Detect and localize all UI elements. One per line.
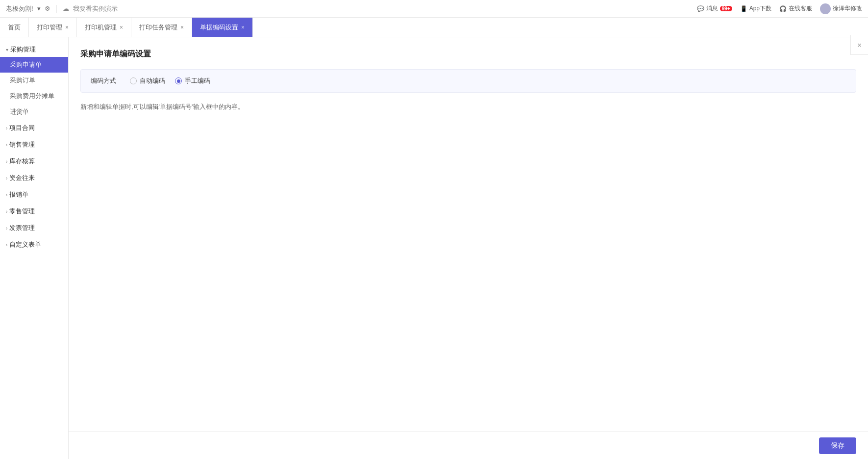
chevron-right-icon-7: › xyxy=(6,226,7,231)
sidebar-group-capital-label: 资金往来 xyxy=(9,174,35,182)
sidebar-group-capital[interactable]: › 资金往来 xyxy=(0,170,68,186)
radio-manual-label: 手工编码 xyxy=(185,76,210,85)
avatar xyxy=(820,3,831,14)
radio-auto-encoding[interactable]: 自动编码 xyxy=(130,76,165,85)
sidebar-group-custom-form[interactable]: › 自定义表单 xyxy=(0,236,68,253)
app-download-label: App下数 xyxy=(749,4,771,13)
message-badge: 99+ xyxy=(720,6,732,11)
tab-print-task-management-close[interactable]: × xyxy=(180,24,184,31)
tab-print-management[interactable]: 打印管理 × xyxy=(29,18,77,37)
tab-print-task-management-label: 打印任务管理 xyxy=(139,23,177,32)
content-area: 采购申请单编码设置 编码方式 自动编码 手工编码 新增和编辑单据时,可以编辑'单… xyxy=(69,37,868,432)
sidebar-group-project-contract-label: 项目合同 xyxy=(9,124,35,132)
app-download-area[interactable]: 📱 App下数 xyxy=(740,4,771,13)
encoding-label: 编码方式 xyxy=(91,76,120,85)
main-content: 采购申请单编码设置 编码方式 自动编码 手工编码 新增和编辑单据时,可以编辑'单… xyxy=(69,37,868,459)
user-name: 徐泽华修改 xyxy=(833,4,862,13)
top-bar-left: 老板勿割! ▾ ⚙ ☁ 我要看实例演示 xyxy=(6,4,118,13)
sidebar-group-expense-label: 报销单 xyxy=(9,190,28,199)
sidebar-group-sales-management-label: 销售管理 xyxy=(9,140,35,149)
message-icon: 💬 xyxy=(697,5,704,12)
online-service-area[interactable]: 🎧 在线客服 xyxy=(779,4,812,13)
online-service-label: 在线客服 xyxy=(789,4,812,13)
sidebar-group-invoice-label: 发票管理 xyxy=(9,224,35,232)
sidebar: ▾ 采购管理 采购申请单 采购订单 采购费用分摊单 进货单 › 项目合同 › 销… xyxy=(0,37,69,459)
chevron-right-icon: › xyxy=(6,126,7,131)
app-icon: 📱 xyxy=(740,5,747,12)
sidebar-item-goods-receipt[interactable]: 进货单 xyxy=(0,104,68,120)
radio-manual-encoding[interactable]: 手工编码 xyxy=(175,76,210,85)
sidebar-group-inventory[interactable]: › 库存核算 xyxy=(0,153,68,170)
radio-auto-label: 自动编码 xyxy=(140,76,165,85)
page-title: 采购申请单编码设置 xyxy=(80,49,856,59)
logo-text: 老板勿割! xyxy=(6,4,33,13)
chevron-down-icon: ▾ xyxy=(6,47,8,52)
sidebar-item-purchase-cost-label: 采购费用分摊单 xyxy=(10,92,54,100)
chevron-right-icon-2: › xyxy=(6,142,7,148)
search-text[interactable]: 我要看实例演示 xyxy=(73,4,118,13)
tab-printer-management-label: 打印机管理 xyxy=(85,23,117,32)
tab-print-task-management[interactable]: 打印任务管理 × xyxy=(131,18,192,37)
sidebar-group-retail[interactable]: › 零售管理 xyxy=(0,203,68,220)
sidebar-group-retail-label: 零售管理 xyxy=(9,207,35,216)
encoding-section: 编码方式 自动编码 手工编码 xyxy=(80,69,856,93)
headset-icon: 🎧 xyxy=(779,5,787,12)
radio-manual-circle xyxy=(175,77,182,84)
chevron-right-icon-3: › xyxy=(6,159,7,164)
sidebar-group-project-contract[interactable]: › 项目合同 xyxy=(0,120,68,136)
tab-print-management-label: 打印管理 xyxy=(37,23,62,32)
footer-bar: 保存 xyxy=(69,432,868,459)
chevron-right-icon-4: › xyxy=(6,176,7,181)
top-bar-right: 💬 消息 99+ 📱 App下数 🎧 在线客服 徐泽华修改 xyxy=(697,3,862,14)
sidebar-item-purchase-request-label: 采购申请单 xyxy=(10,61,42,68)
cloud-icon: ☁ xyxy=(63,5,69,12)
radio-auto-circle xyxy=(130,77,137,84)
tab-home[interactable]: 首页 xyxy=(0,18,29,37)
sidebar-group-expense[interactable]: › 报销单 xyxy=(0,186,68,203)
chevron-right-icon-5: › xyxy=(6,192,7,198)
sidebar-group-purchase-management-label: 采购管理 xyxy=(10,45,36,54)
radio-group-encoding: 自动编码 手工编码 xyxy=(130,76,210,85)
close-all-tabs-button[interactable]: × xyxy=(850,35,868,55)
dropdown-icon[interactable]: ▾ xyxy=(37,5,41,12)
body-layout: ▾ 采购管理 采购申请单 采购订单 采购费用分摊单 进货单 › 项目合同 › 销… xyxy=(0,37,868,459)
tab-print-management-close[interactable]: × xyxy=(65,24,69,31)
sidebar-group-inventory-label: 库存核算 xyxy=(9,157,35,166)
sidebar-group-custom-form-label: 自定义表单 xyxy=(9,240,41,249)
tab-bar: 首页 打印管理 × 打印机管理 × 打印任务管理 × 单据编码设置 × xyxy=(0,18,868,37)
message-label: 消息 xyxy=(706,4,718,13)
save-button[interactable]: 保存 xyxy=(819,437,856,454)
chevron-right-icon-6: › xyxy=(6,209,7,214)
tab-printer-management[interactable]: 打印机管理 × xyxy=(77,18,131,37)
chevron-right-icon-8: › xyxy=(6,242,7,248)
tab-printer-management-close[interactable]: × xyxy=(120,24,123,31)
sidebar-group-sales-management[interactable]: › 销售管理 xyxy=(0,136,68,153)
sidebar-item-purchase-order-label: 采购订单 xyxy=(10,76,35,84)
message-area[interactable]: 💬 消息 99+ xyxy=(697,4,732,13)
sidebar-item-purchase-order[interactable]: 采购订单 xyxy=(0,73,68,88)
tab-home-label: 首页 xyxy=(8,23,21,32)
sidebar-group-invoice[interactable]: › 发票管理 xyxy=(0,220,68,236)
tab-encoding-settings[interactable]: 单据编码设置 × xyxy=(192,18,253,37)
settings-icon[interactable]: ⚙ xyxy=(45,5,50,12)
tab-encoding-settings-close[interactable]: × xyxy=(241,24,245,31)
sidebar-group-purchase-management[interactable]: ▾ 采购管理 xyxy=(0,41,68,57)
top-bar: 老板勿割! ▾ ⚙ ☁ 我要看实例演示 💬 消息 99+ 📱 App下数 🎧 在… xyxy=(0,0,868,18)
sidebar-item-goods-receipt-label: 进货单 xyxy=(10,108,29,115)
user-area[interactable]: 徐泽华修改 xyxy=(820,3,862,14)
sidebar-item-purchase-request[interactable]: 采购申请单 xyxy=(0,57,68,73)
sidebar-item-purchase-cost[interactable]: 采购费用分摊单 xyxy=(0,88,68,104)
info-text: 新增和编辑单据时,可以编辑'单据编码号'输入框中的内容。 xyxy=(80,102,856,111)
tab-encoding-settings-label: 单据编码设置 xyxy=(200,23,238,32)
